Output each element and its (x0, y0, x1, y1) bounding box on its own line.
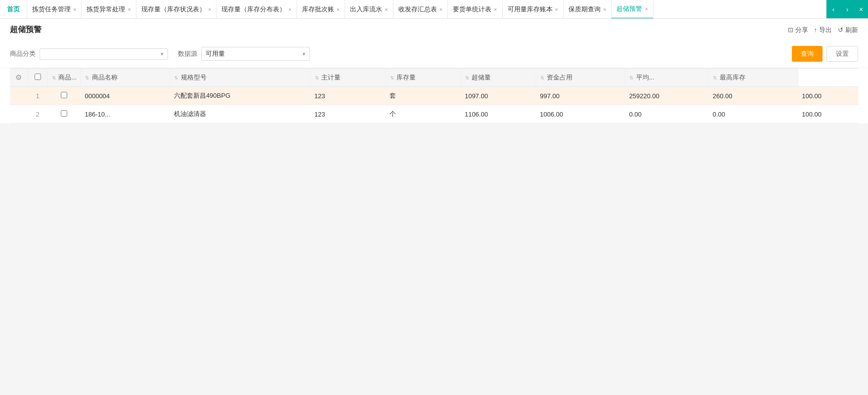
share-button[interactable]: ⊡ 分享 (788, 26, 808, 35)
tab-inout-flow[interactable]: 出入库流水 × (345, 0, 393, 19)
col-header-spec: ⇅ 规格型号 (170, 69, 310, 87)
sort-icon: ⇅ (465, 75, 469, 80)
tab-close-icon[interactable]: × (494, 6, 497, 12)
row-product-name: 六配套新昌490BPG (170, 87, 310, 105)
row-number: 2 (28, 105, 47, 123)
sort-icon: ⇅ (629, 75, 633, 80)
share-icon: ⊡ (788, 26, 793, 34)
table-header-row: ⚙ ⇅ 商品... ⇅ 商品名称 ⇅ 规格型号 ⇅ (10, 69, 858, 87)
checkbox-header[interactable] (28, 69, 47, 87)
query-button[interactable]: 查询 (792, 46, 823, 62)
refresh-icon: ↺ (838, 26, 843, 34)
col-header-overstock: ⇅ 超储量 (461, 69, 536, 87)
row-avg: 0.00 (709, 105, 798, 123)
tab-close-icon[interactable]: × (73, 6, 76, 12)
setting-button[interactable]: 设置 (826, 46, 858, 62)
tab-receive-send[interactable]: 收发存汇总表 × (393, 0, 448, 19)
filter-buttons: 查询 设置 (792, 46, 858, 62)
tab-close-icon[interactable]: × (603, 6, 606, 12)
row-spec: 123 (310, 87, 386, 105)
select-all-checkbox[interactable] (35, 74, 41, 80)
tab-nav-prev[interactable]: ‹ (826, 0, 840, 19)
row-checkbox-cell[interactable] (47, 87, 81, 105)
tab-overstock-warning[interactable]: 超储预警 × (611, 0, 653, 19)
row-checkbox[interactable] (61, 110, 67, 117)
page-header: 超储预警 ⊡ 分享 ↑ 导出 ↺ 刷新 (0, 19, 868, 40)
category-dropdown-icon: ▾ (161, 51, 164, 57)
table-row: 1 0000004 六配套新昌490BPG 123 套 1097.00 997.… (10, 87, 858, 105)
sort-icon: ⇅ (174, 75, 178, 80)
col-header-stock: ⇅ 库存量 (386, 69, 461, 87)
row-max-stock: 100.00 (798, 87, 858, 105)
row-gear-cell (10, 105, 28, 123)
tab-inventory-dist[interactable]: 现存量（库存分布表） × (217, 0, 297, 19)
gear-header[interactable]: ⚙ (10, 69, 28, 87)
tab-close-icon[interactable]: × (337, 6, 340, 12)
tab-close-icon[interactable]: × (128, 6, 130, 12)
col-header-unit: ⇅ 主计量 (310, 69, 386, 87)
col-header-product-name: ⇅ 商品名称 (81, 69, 170, 87)
datasource-label: 数据源 (178, 49, 197, 58)
tab-nav-next[interactable]: › (840, 0, 854, 19)
row-stock: 1106.00 (461, 105, 536, 123)
datasource-select-value: 可用量 (206, 49, 225, 58)
category-select[interactable]: ▾ (40, 48, 168, 60)
row-capital: 0.00 (625, 105, 709, 123)
tab-expiry-query[interactable]: 保质期查询 × (564, 0, 611, 19)
home-tab[interactable]: 首页 (0, 0, 27, 19)
tab-close-icon[interactable]: × (555, 6, 558, 12)
tab-nav-more[interactable]: × (854, 0, 868, 19)
row-product-code: 0000004 (81, 87, 170, 105)
col-header-max-stock: ⇅ 最高库存 (709, 69, 798, 87)
col-header-avg: ⇅ 平均... (625, 69, 709, 87)
export-button[interactable]: ↑ 导出 (814, 26, 832, 35)
tab-requisition[interactable]: 要货单统计表 × (448, 0, 502, 19)
sort-icon: ⇅ (540, 75, 544, 80)
row-checkbox[interactable] (61, 92, 67, 98)
gear-header-icon: ⚙ (15, 73, 22, 81)
sort-icon: ⇅ (85, 75, 89, 80)
tab-stock-batch[interactable]: 库存批次账 × (297, 0, 345, 19)
sort-icon: ⇅ (390, 75, 394, 80)
refresh-button[interactable]: ↺ 刷新 (838, 26, 858, 35)
col-header-product-code: ⇅ 商品... (47, 69, 81, 87)
row-product-code: 186-10... (81, 105, 170, 123)
sort-icon: ⇅ (315, 75, 319, 80)
row-unit: 个 (386, 105, 461, 123)
row-product-name: 机油滤清器 (170, 105, 310, 123)
row-stock: 1097.00 (461, 87, 536, 105)
tab-close-icon[interactable]: × (208, 6, 211, 12)
tab-inventory-status[interactable]: 现存量（库存状况表） × (136, 0, 217, 19)
overstock-table: ⚙ ⇅ 商品... ⇅ 商品名称 ⇅ 规格型号 ⇅ (10, 68, 858, 123)
sort-icon: ⇅ (52, 75, 56, 80)
datasource-dropdown-icon: ▾ (303, 51, 305, 57)
tab-pick-task[interactable]: 拣货任务管理 × (27, 0, 82, 19)
row-overstock: 1006.00 (536, 105, 625, 123)
row-checkbox-cell[interactable] (47, 105, 81, 123)
tab-close-icon[interactable]: × (288, 6, 291, 12)
row-overstock: 997.00 (536, 87, 625, 105)
category-label: 商品分类 (10, 49, 36, 58)
row-unit: 套 (386, 87, 461, 105)
table-container: ⚙ ⇅ 商品... ⇅ 商品名称 ⇅ 规格型号 ⇅ (0, 68, 868, 123)
row-max-stock: 100.00 (798, 105, 858, 123)
page-actions: ⊡ 分享 ↑ 导出 ↺ 刷新 (788, 26, 859, 35)
tab-available-stock[interactable]: 可用量库存账本 × (503, 0, 564, 19)
page-title: 超储预警 (10, 25, 42, 35)
topbar: 首页 拣货任务管理 × 拣货异常处理 × 现存量（库存状况表） × 现存量（库存… (0, 0, 868, 19)
tab-close-icon[interactable]: × (439, 6, 442, 12)
tab-pick-abnormal[interactable]: 拣货异常处理 × (82, 0, 136, 19)
sort-icon: ⇅ (713, 75, 717, 80)
datasource-select[interactable]: 可用量 ▾ (201, 47, 310, 61)
row-spec: 123 (310, 105, 386, 123)
row-capital: 259220.00 (625, 87, 709, 105)
table-row: 2 186-10... 机油滤清器 123 个 1106.00 1006.00 … (10, 105, 858, 123)
filter-area: 商品分类 ▾ 数据源 可用量 ▾ 查询 设置 (0, 40, 868, 68)
tab-nav-buttons: ‹ › × (826, 0, 868, 19)
col-header-capital: ⇅ 资金占用 (536, 69, 625, 87)
row-gear-cell (10, 87, 28, 105)
tab-close-icon[interactable]: × (385, 6, 388, 12)
row-number: 1 (28, 87, 47, 105)
row-avg: 260.00 (709, 87, 798, 105)
tab-close-icon[interactable]: × (645, 6, 648, 12)
